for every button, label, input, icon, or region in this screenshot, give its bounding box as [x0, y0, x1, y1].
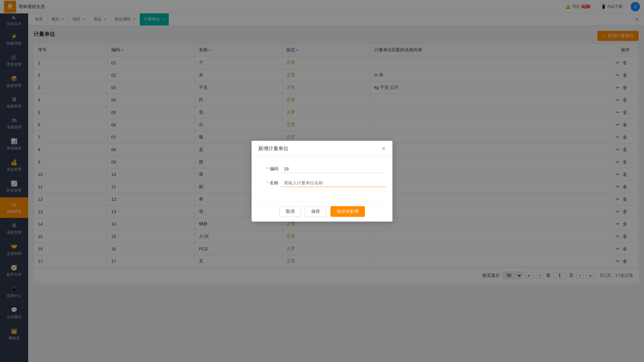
form-row-code: 编码: [258, 165, 386, 173]
modal-body: 编码 名称: [252, 157, 392, 201]
code-label: 编码: [258, 166, 278, 172]
save-new-button[interactable]: 保存并新增: [330, 206, 365, 217]
add-unit-modal: 新增计量单位 ✕ 编码 名称 取消 保存 保存并新增: [252, 141, 392, 222]
modal-header: 新增计量单位 ✕: [252, 141, 392, 157]
code-input[interactable]: [281, 165, 386, 173]
name-input[interactable]: [281, 179, 386, 187]
modal-title: 新增计量单位: [258, 145, 288, 152]
modal-close-btn[interactable]: ✕: [381, 145, 386, 152]
cancel-button[interactable]: 取消: [279, 206, 301, 217]
modal-overlay[interactable]: 新增计量单位 ✕ 编码 名称 取消 保存 保存并新增: [0, 0, 644, 362]
name-label: 名称: [258, 180, 278, 186]
modal-footer: 取消 保存 保存并新增: [252, 201, 392, 222]
form-row-name: 名称: [258, 179, 386, 187]
save-button[interactable]: 保存: [305, 206, 326, 217]
